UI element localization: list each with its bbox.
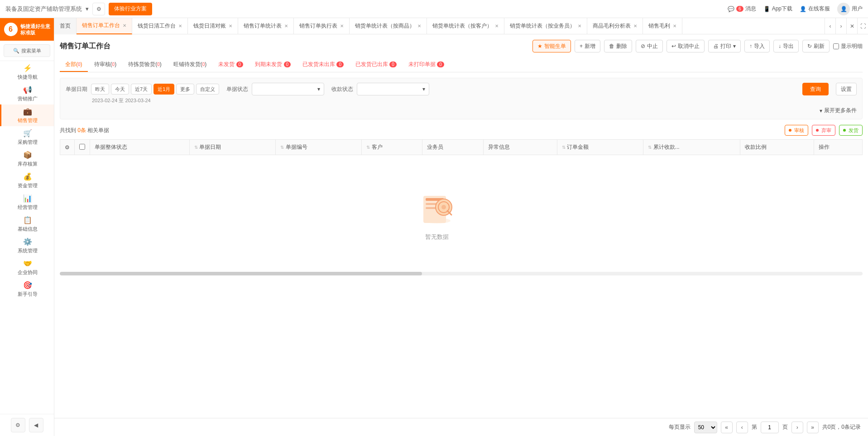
- th-action: 操作: [814, 140, 863, 155]
- settings-icon[interactable]: ⚙: [92, 3, 105, 15]
- refresh-btn[interactable]: ↻ 刷新: [802, 40, 830, 52]
- print-btn[interactable]: 🖨 打印 ▾: [708, 40, 741, 52]
- tab-close-cash-daily[interactable]: ✕: [178, 24, 182, 28]
- tab-close-sales-stat[interactable]: ✕: [284, 24, 288, 28]
- page-first-btn[interactable]: «: [721, 422, 733, 433]
- tab-sales-summary-staff[interactable]: 销货单统计表（按业务员） ✕: [504, 18, 587, 34]
- tab-close-summary-staff[interactable]: ✕: [578, 24, 581, 28]
- sort-collected-icon[interactable]: ⇅: [648, 145, 652, 150]
- th-checkbox[interactable]: [75, 140, 90, 155]
- tab-close-all-btn[interactable]: ✕: [846, 18, 857, 34]
- tab-sales-profit[interactable]: 销售毛利 ✕: [643, 18, 682, 34]
- service-icon: 👤: [800, 6, 806, 12]
- industry-btn[interactable]: 体验行业方案: [109, 3, 152, 15]
- tab-close-summary-product[interactable]: ✕: [417, 24, 421, 28]
- subtab-overdue-unshipped[interactable]: 到期未发货 0: [249, 58, 296, 72]
- subtab-all[interactable]: 全部(0): [60, 58, 88, 72]
- settings-bottom-btn[interactable]: ⚙: [11, 418, 25, 432]
- newbie-icon: 🎯: [23, 281, 32, 289]
- sidebar-item-finance[interactable]: 💰 资金管理: [0, 170, 54, 191]
- tab-gross-margin[interactable]: 商品毛利分析表 ✕: [587, 18, 643, 34]
- tab-cash-reconcile[interactable]: 钱货日清对账 ✕: [188, 18, 238, 34]
- tab-sales-stat[interactable]: 销售订单统计表 ✕: [238, 18, 294, 34]
- subtab-pending-review[interactable]: 待审核(0): [89, 58, 122, 72]
- tab-home[interactable]: 首页: [54, 18, 77, 34]
- tab-close-cash-reconcile[interactable]: ✕: [229, 24, 232, 28]
- date-yesterday-btn[interactable]: 昨天: [91, 84, 109, 95]
- status-select[interactable]: ▾: [252, 83, 324, 95]
- tab-sales-workbench[interactable]: 销售订单工作台 ✕: [77, 18, 132, 34]
- date-custom-btn[interactable]: 自定义: [196, 84, 219, 95]
- sidebar-item-basic-info[interactable]: 📋 基础信息: [0, 213, 54, 235]
- sidebar-item-purchase[interactable]: 🛒 采购管理: [0, 126, 54, 148]
- subtab-pending-inspect[interactable]: 待拣货验货(0): [123, 58, 167, 72]
- subtab-wangpu[interactable]: 旺铺待发货(0): [168, 58, 212, 72]
- sidebar-item-newbie[interactable]: 🎯 新手引导: [0, 278, 54, 300]
- app-download-btn[interactable]: 📱 App下载: [763, 5, 792, 13]
- cancel-stop-btn[interactable]: ↩ 取消中止: [667, 40, 705, 52]
- tab-close-summary-customer[interactable]: ✕: [495, 24, 499, 28]
- expand-more-btn[interactable]: ▾ 展开更多条件: [820, 107, 857, 114]
- delete-btn[interactable]: 🗑 删除: [604, 40, 632, 52]
- date-today-btn[interactable]: 今天: [111, 84, 129, 95]
- sidebar-item-sales[interactable]: 💼 销售管理: [0, 104, 54, 126]
- sidebar-item-enterprise[interactable]: 🤝 企业协同: [0, 256, 54, 278]
- query-btn[interactable]: 查询: [802, 83, 829, 95]
- subtab-unprinted[interactable]: 未打印单据 0: [403, 58, 450, 72]
- bulk-revoke-btn[interactable]: 弃审: [812, 125, 835, 136]
- tab-maximize-btn[interactable]: ⛶: [857, 18, 868, 34]
- sort-date-icon[interactable]: ⇅: [194, 145, 198, 150]
- tab-close-gross-margin[interactable]: ✕: [633, 24, 637, 28]
- payment-select[interactable]: ▾: [357, 83, 429, 95]
- message-btn[interactable]: 💬 6 消息: [728, 5, 756, 13]
- system-dropdown[interactable]: ▾: [86, 5, 89, 12]
- tab-cash-daily[interactable]: 钱货日清工作台 ✕: [132, 18, 188, 34]
- bulk-review-btn[interactable]: 审核: [785, 125, 808, 136]
- page-last-btn[interactable]: »: [807, 422, 819, 433]
- sort-customer-icon[interactable]: ⇅: [366, 145, 370, 150]
- page-size-select[interactable]: 10 20 50 100: [694, 422, 717, 433]
- page-prev-btn[interactable]: ‹: [736, 422, 748, 433]
- new-btn[interactable]: + 新增: [575, 40, 600, 52]
- sidebar-item-operations[interactable]: 📊 经营管理: [0, 191, 54, 213]
- page-input[interactable]: [761, 422, 779, 433]
- system-title: 装备及固定资产辅助管理系统: [5, 5, 82, 13]
- th-settings[interactable]: ⚙: [60, 140, 75, 155]
- subtab-shipped-not-out[interactable]: 已发货未出库 0: [297, 58, 349, 72]
- show-detail-checkbox[interactable]: [833, 43, 839, 49]
- subtab-shipped-out[interactable]: 已发货已出库 0: [350, 58, 402, 72]
- sort-amount-icon[interactable]: ⇅: [562, 145, 566, 150]
- tab-sales-exec[interactable]: 销售订单执行表 ✕: [294, 18, 350, 34]
- export-btn[interactable]: ↓ 导出: [773, 40, 799, 52]
- collapse-btn[interactable]: ◀: [29, 418, 43, 432]
- tab-next-btn[interactable]: ›: [835, 18, 846, 34]
- stop-btn[interactable]: ⊘ 中止: [636, 40, 663, 52]
- tab-close-sales-exec[interactable]: ✕: [340, 24, 344, 28]
- search-btn[interactable]: 🔍 搜索菜单: [4, 44, 50, 57]
- horizontal-scrollbar[interactable]: [60, 272, 863, 275]
- select-all-checkbox[interactable]: [79, 144, 85, 150]
- sidebar-item-system[interactable]: ⚙️ 系统管理: [0, 235, 54, 256]
- show-detail-label[interactable]: 显示明细: [833, 43, 863, 50]
- tab-close-sales-workbench[interactable]: ✕: [123, 23, 126, 28]
- tab-prev-btn[interactable]: ‹: [825, 18, 835, 34]
- subtab-unshipped[interactable]: 未发货 0: [213, 58, 249, 72]
- sidebar-item-marketing[interactable]: 📢 营销推广: [0, 83, 54, 104]
- date-more-btn[interactable]: 更多: [176, 84, 194, 95]
- import-btn[interactable]: ↑ 导入: [744, 40, 770, 52]
- sidebar-item-inventory[interactable]: 📦 库存核算: [0, 148, 54, 170]
- tab-sales-summary-product[interactable]: 销货单统计表（按商品） ✕: [350, 18, 427, 34]
- date-last7-btn[interactable]: 近7天: [131, 84, 152, 95]
- th-status: 单据整体状态: [90, 140, 190, 155]
- user-btn[interactable]: 👤 用户: [837, 3, 863, 15]
- page-next-btn[interactable]: ›: [791, 422, 803, 433]
- smart-create-btn[interactable]: ★ 智能生单: [532, 40, 571, 52]
- bulk-ship-btn[interactable]: 发货: [839, 125, 863, 136]
- date-last1month-btn[interactable]: 近1月: [153, 84, 174, 95]
- online-service-btn[interactable]: 👤 在线客服: [800, 5, 830, 13]
- settings-filter-btn[interactable]: 设置: [836, 83, 857, 95]
- sidebar-item-quick-nav[interactable]: ⚡ 快捷导航: [0, 61, 54, 83]
- tab-sales-summary-customer[interactable]: 销货单统计表（按客户） ✕: [427, 18, 504, 34]
- sort-number-icon[interactable]: ⇅: [280, 145, 284, 150]
- tab-close-sales-profit[interactable]: ✕: [673, 24, 676, 28]
